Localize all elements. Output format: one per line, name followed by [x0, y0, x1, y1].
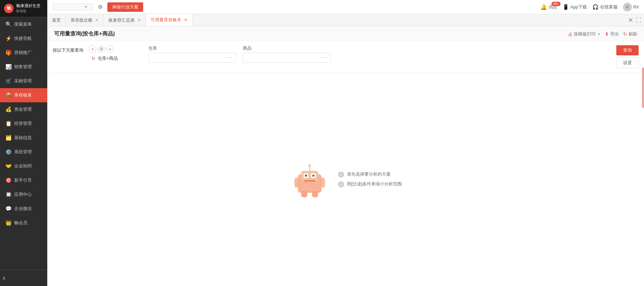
- print-button[interactable]: 🖨 按模板打印 ▼: [568, 31, 601, 37]
- app-logo: 畅: [4, 4, 14, 13]
- header-right: 🔔 消息 99+ 📱 App下载 🎧 在线客服 R Rit: [540, 3, 639, 11]
- refresh-label: 刷新: [628, 31, 637, 37]
- sidebar-item-finance[interactable]: 💰 资金管理: [0, 102, 47, 116]
- product-input[interactable]: [246, 55, 319, 60]
- tab-available-account-close[interactable]: ✕: [184, 18, 187, 22]
- tab-collect-account-close[interactable]: ✕: [137, 18, 141, 23]
- edit-scheme-button[interactable]: ⚙: [98, 45, 105, 53]
- sidebar-item-label: 快捷导航: [14, 35, 32, 42]
- svg-rect-7: [294, 178, 299, 188]
- empty-tip-2: ② 用[过滤]条件来缩小分析范围: [338, 181, 402, 187]
- cart-icon: 🛒: [5, 78, 11, 84]
- tab-bar-expand-button[interactable]: ⛶: [636, 17, 641, 23]
- add-scheme-button[interactable]: +: [89, 45, 96, 53]
- filter-fields: 仓库 ··· 商品 ···: [148, 45, 611, 63]
- header-left: ▼ ⚙ 体验行业方案: [53, 2, 143, 12]
- sidebar-item-label: 经营管理: [14, 121, 32, 127]
- industry-solution-button[interactable]: 体验行业方案: [107, 2, 143, 12]
- headset-icon: 🎧: [592, 4, 599, 10]
- sidebar-item-search[interactable]: 🔍 搜索菜单: [0, 17, 47, 31]
- tab-batch-account-close[interactable]: ✕: [95, 18, 99, 23]
- tab-collect-account[interactable]: 收发存汇总表 ✕: [104, 14, 146, 26]
- scheme-item-label: 仓库+商品: [98, 55, 118, 61]
- search-icon: 🔍: [5, 21, 11, 27]
- sidebar-item-shortcut[interactable]: ⚡ 快捷导航: [0, 31, 47, 46]
- tab-batch-account[interactable]: 库存批次账 ✕: [66, 14, 104, 26]
- tab-available-account[interactable]: 可用量库存账本 ✕: [146, 14, 192, 26]
- mobile-icon: 📱: [563, 4, 569, 10]
- sidebar-item-guide[interactable]: 🎯 新手引导: [0, 173, 47, 187]
- product-more-icon[interactable]: ···: [321, 55, 328, 61]
- filter-schemes: + ⚙ « ↻ 仓库+商品: [89, 45, 143, 63]
- tab-home[interactable]: 首页: [47, 14, 66, 26]
- tab-available-account-label: 可用量库存账本: [151, 17, 181, 23]
- warehouse-field-label: 仓库: [148, 45, 236, 51]
- sidebar-item-purchase[interactable]: 🛒 采购管理: [0, 74, 47, 88]
- user-item[interactable]: R Rit: [623, 3, 639, 11]
- tab-bar-close-button[interactable]: ✕: [628, 17, 633, 24]
- main-content: ▼ ⚙ 体验行业方案 🔔 消息 99+ 📱 App下载 🎧 在线客服 R: [47, 0, 644, 286]
- refresh-button[interactable]: ↻ 刷新: [623, 31, 637, 37]
- empty-tip-1: ① 请先选择要分析的方案: [338, 171, 402, 178]
- sidebar-item-system[interactable]: ⚙️ 系统管理: [0, 145, 47, 159]
- empty-tip-2-text: 用[过滤]条件来缩小分析范围: [347, 181, 402, 187]
- sidebar-item-label: 应用中心: [14, 191, 32, 198]
- tab-bar-actions: ✕ ⛶: [625, 17, 644, 24]
- apps-icon: 🔲: [5, 191, 11, 198]
- page-title: 可用量查询(按仓库+商品): [54, 30, 115, 37]
- sidebar-item-label: 畅会员: [14, 220, 27, 226]
- sidebar-menu: 🔍 搜索菜单 ⚡ 快捷导航 🎁 营销推广 📊 销售管理 🛒 采购管理 📦 库存核…: [0, 17, 47, 270]
- export-button[interactable]: ⬆ 导出: [605, 31, 619, 37]
- refresh-icon: ↻: [623, 31, 627, 37]
- print-dropdown-icon: ▼: [597, 32, 601, 36]
- product-field: 商品 ···: [243, 45, 331, 63]
- warehouse-more-icon[interactable]: ···: [227, 55, 233, 61]
- sidebar: 畅 畅康通好生意 标准版 🔍 搜索菜单 ⚡ 快捷导航 🎁 营销推广 📊 销售管理…: [0, 0, 47, 286]
- app-download-item[interactable]: 📱 App下载: [563, 4, 587, 10]
- warehouse-input[interactable]: [151, 55, 225, 60]
- top-header: ▼ ⚙ 体验行业方案 🔔 消息 99+ 📱 App下载 🎧 在线客服 R: [47, 0, 644, 14]
- sidebar-item-label: 基础信息: [14, 135, 32, 141]
- sidebar-item-enterprise[interactable]: 🤝 企业协同: [0, 159, 47, 173]
- notification-item[interactable]: 🔔 消息 99+: [540, 4, 557, 10]
- settings-icon-btn[interactable]: ⚙: [96, 3, 105, 11]
- app-title: 畅康通好生意: [16, 3, 41, 9]
- target-icon: 🎯: [5, 177, 11, 183]
- tip-num-2: ②: [338, 181, 344, 187]
- warehouse-field: 仓库 ···: [148, 45, 236, 63]
- flash-icon: ⚡: [5, 35, 11, 42]
- export-label: 导出: [610, 31, 619, 37]
- sidebar-item-label: 采购管理: [14, 78, 32, 84]
- settings-button[interactable]: 设置: [616, 57, 639, 68]
- warehouse-input-box[interactable]: ···: [148, 53, 236, 63]
- query-button[interactable]: 查询: [616, 45, 639, 55]
- page-title-actions: 🖨 按模板打印 ▼ ⬆ 导出 ↻ 刷新: [568, 31, 637, 37]
- sidebar-item-marketing[interactable]: 🎁 营销推广: [0, 46, 47, 60]
- header-search-box[interactable]: ▼: [53, 4, 93, 10]
- collapse-scheme-button[interactable]: «: [106, 45, 114, 53]
- tab-bar: 首页 库存批次账 ✕ 收发存汇总表 ✕ 可用量库存账本 ✕ ✕ ⛶: [47, 14, 644, 26]
- sidebar-item-basic[interactable]: 🗂️ 基础信息: [0, 131, 47, 145]
- search-input[interactable]: [56, 5, 83, 9]
- sidebar-item-wechat[interactable]: 💬 企业微信: [0, 202, 47, 216]
- sidebar-item-sales[interactable]: 📊 销售管理: [0, 60, 47, 74]
- page-title-bar: 可用量查询(按仓库+商品) 🖨 按模板打印 ▼ ⬆ 导出 ↻ 刷新: [47, 26, 644, 41]
- user-name: Rit: [633, 4, 639, 9]
- filter-scheme-header: + ⚙ «: [89, 45, 143, 53]
- report-icon: 📋: [5, 121, 11, 127]
- sidebar-item-member[interactable]: 👑 畅会员: [0, 216, 47, 230]
- sidebar-item-label: 销售管理: [14, 64, 32, 70]
- sidebar-scroll-up[interactable]: ∧: [0, 273, 8, 283]
- sidebar-item-inventory[interactable]: 📦 库存核算: [0, 88, 47, 102]
- customer-service-item[interactable]: 🎧 在线客服: [592, 4, 618, 10]
- gear-icon: ⚙️: [5, 149, 11, 155]
- product-input-box[interactable]: ···: [243, 53, 331, 63]
- sidebar-item-operation[interactable]: 📋 经营管理: [0, 116, 47, 131]
- app-download-label: App下载: [570, 4, 587, 10]
- sidebar-item-apps[interactable]: 🔲 应用中心: [0, 187, 47, 202]
- svg-rect-6: [304, 180, 315, 182]
- sidebar-item-label: 系统管理: [14, 149, 32, 155]
- right-scrollbar: [642, 68, 644, 108]
- scheme-item-warehouse-product[interactable]: ↻ 仓库+商品: [89, 54, 143, 63]
- svg-rect-9: [301, 191, 307, 197]
